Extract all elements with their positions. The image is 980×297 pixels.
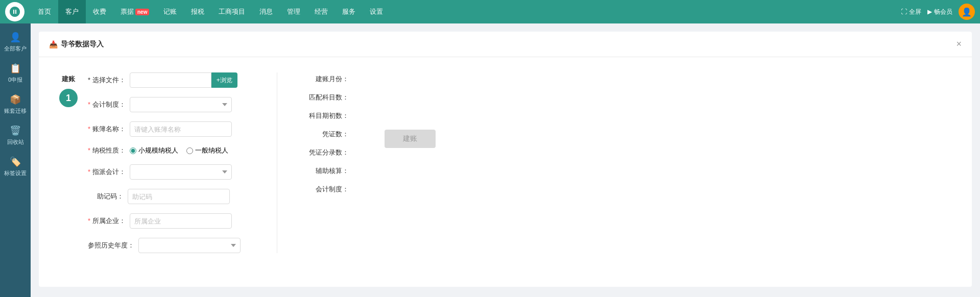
nav-item-home[interactable]: 首页: [31, 0, 58, 23]
migration-icon: 📦: [10, 94, 21, 105]
aux-accounting-label: 辅助核算：: [303, 166, 349, 176]
voucher-count-label: 凭证数：: [303, 130, 349, 139]
dialog-panel: 📥 导爷数据导入 × 建账 1: [39, 32, 972, 287]
form-divider: [277, 72, 277, 253]
voucher-entries-row: 凭证分录数：: [303, 148, 436, 157]
info-accounting-system-label: 会计制度：: [303, 185, 349, 194]
tags-icon: 🏷️: [10, 156, 21, 167]
vip-button[interactable]: ▶ 畅会员: [927, 8, 952, 16]
nav-item-business[interactable]: 工商项目: [211, 0, 252, 23]
nav-menu: 首页 客户 收费 票据 new 记账 报税 工商项目 消息 管理 经营 服务 设…: [31, 0, 901, 23]
build-month-row: 建账月份：: [303, 75, 436, 84]
tax-general-radio[interactable]: 一般纳税人: [186, 146, 228, 155]
vip-icon: ▶: [927, 8, 932, 15]
match-subjects-row: 匹配科目数：: [303, 93, 436, 102]
ledger-name-row: 账簿名称：: [88, 121, 251, 137]
browse-button[interactable]: +浏览: [211, 72, 237, 88]
step-header-label: 建账: [62, 75, 75, 84]
nav-item-settings[interactable]: 设置: [363, 0, 390, 23]
tax-type-radio-group: 小规模纳税人 一般纳税人: [130, 146, 228, 155]
assign-accountant-select[interactable]: [130, 164, 232, 180]
nav-item-bookkeeping[interactable]: 记账: [156, 0, 184, 23]
history-select[interactable]: [138, 238, 241, 253]
step-circle: 1: [59, 89, 78, 107]
nav-item-operations[interactable]: 经营: [307, 0, 335, 23]
sidebar-item-recycle[interactable]: 🗑️ 回收站: [1, 121, 30, 150]
fullscreen-button[interactable]: ⛶ 全屏: [901, 8, 921, 16]
top-navigation: 首页 客户 收费 票据 new 记账 报税 工商项目 消息 管理 经营 服务 设…: [0, 0, 980, 23]
history-label: 参照历史年度：: [88, 241, 134, 250]
company-label: 所属企业：: [88, 216, 126, 226]
memo-input[interactable]: [128, 189, 230, 204]
file-input[interactable]: [130, 72, 211, 88]
main-layout: 👤 全部客户 📋 0申报 📦 账套迁移 🗑️ 回收站 🏷️ 标签设置 📥: [0, 23, 980, 297]
ledger-name-input[interactable]: [130, 121, 232, 137]
accounting-system-label: 会计制度：: [88, 100, 126, 109]
nav-item-bills[interactable]: 票据 new: [113, 0, 156, 23]
tax-type-label: 纳税性质：: [88, 146, 126, 155]
declaration-icon: 📋: [10, 63, 21, 74]
memo-label: 助记码：: [88, 192, 124, 201]
dialog-title: 导爷数据导入: [61, 40, 104, 49]
aux-accounting-row: 辅助核算：: [303, 166, 436, 176]
close-button[interactable]: ×: [956, 39, 962, 50]
new-badge: new: [135, 9, 149, 15]
dialog-title-icon: 📥: [49, 40, 58, 48]
tax-small-radio[interactable]: 小规模纳税人: [130, 146, 178, 155]
subject-init-row: 科目期初数：: [303, 111, 436, 120]
recycle-icon: 🗑️: [10, 125, 21, 136]
nav-item-messages[interactable]: 消息: [252, 0, 280, 23]
match-subjects-label: 匹配科目数：: [303, 93, 349, 102]
dialog-title-area: 📥 导爷数据导入: [49, 40, 104, 49]
user-avatar[interactable]: 👤: [959, 4, 975, 20]
nav-item-services[interactable]: 服务: [335, 0, 363, 23]
file-row: * 选择文件： +浏览: [88, 72, 251, 88]
main-content: 📥 导爷数据导入 × 建账 1: [31, 23, 980, 297]
build-account-button[interactable]: 建账: [385, 130, 436, 148]
sidebar-item-declaration[interactable]: 📋 0申报: [1, 59, 30, 88]
sidebar-item-all-customers[interactable]: 👤 全部客户: [1, 28, 30, 57]
history-row: 参照历史年度：: [88, 238, 251, 253]
form-fields: * 选择文件： +浏览 会计制度：: [88, 72, 251, 253]
file-input-group: +浏览: [130, 72, 237, 88]
assign-accountant-label: 指派会计：: [88, 167, 126, 177]
nav-item-customers[interactable]: 客户: [58, 0, 86, 23]
customers-icon: 👤: [10, 32, 21, 43]
sidebar: 👤 全部客户 📋 0申报 📦 账套迁移 🗑️ 回收站 🏷️ 标签设置: [0, 23, 31, 297]
form-right-section: 建账月份： 匹配科目数： 科目期初数： 凭证数：: [303, 72, 436, 253]
form-left-section: 建账 1 * 选择文件： +浏览: [59, 72, 251, 253]
company-input[interactable]: [130, 213, 232, 229]
info-accounting-system-row: 会计制度：: [303, 185, 436, 194]
sidebar-item-tags[interactable]: 🏷️ 标签设置: [1, 152, 30, 181]
app-logo[interactable]: [5, 2, 25, 21]
dialog-header: 📥 导爷数据导入 ×: [39, 32, 972, 57]
nav-right-area: ⛶ 全屏 ▶ 畅会员 👤: [901, 4, 975, 20]
form-content: 建账 1 * 选择文件： +浏览: [39, 57, 972, 268]
sidebar-item-migration[interactable]: 📦 账套迁移: [1, 90, 30, 119]
fullscreen-icon: ⛶: [901, 8, 907, 15]
file-label: * 选择文件：: [88, 76, 126, 85]
build-month-label: 建账月份：: [303, 75, 349, 84]
tax-type-row: 纳税性质： 小规模纳税人 一般纳税人: [88, 146, 251, 155]
memo-row: 助记码：: [88, 189, 251, 204]
assign-accountant-row: 指派会计：: [88, 164, 251, 180]
nav-item-tax[interactable]: 报税: [184, 0, 211, 23]
nav-item-manage[interactable]: 管理: [280, 0, 307, 23]
nav-item-fees[interactable]: 收费: [86, 0, 113, 23]
ledger-name-label: 账簿名称：: [88, 125, 126, 134]
accounting-system-row: 会计制度：: [88, 97, 251, 112]
accounting-system-select[interactable]: [130, 97, 232, 112]
voucher-entries-label: 凭证分录数：: [303, 148, 349, 157]
company-row: 所属企业：: [88, 213, 251, 229]
subject-init-label: 科目期初数：: [303, 111, 349, 120]
